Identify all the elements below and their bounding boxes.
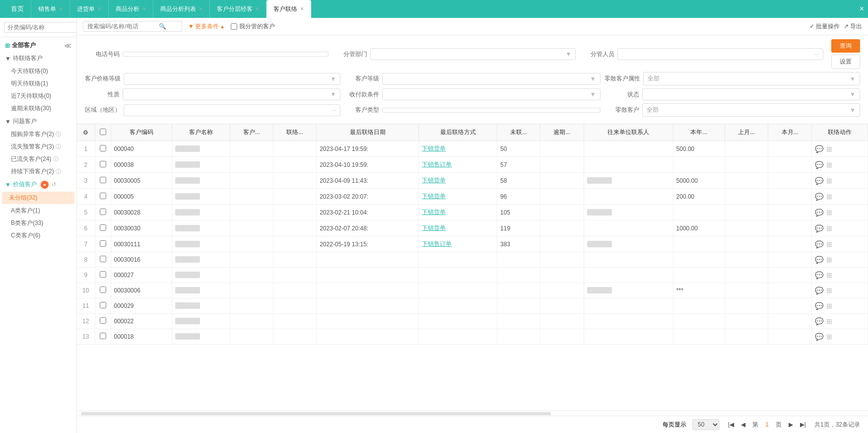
last-method-link[interactable]: 下销售订单 <box>422 161 452 168</box>
chat-icon[interactable]: 💬 <box>815 256 823 264</box>
th-checkbox[interactable] <box>95 124 111 141</box>
row-checkbox[interactable] <box>100 240 106 247</box>
grid-action-icon[interactable]: ⊞ <box>826 317 832 325</box>
last-method-link[interactable]: 下销货单 <box>422 193 446 200</box>
row-checkbox[interactable] <box>100 177 106 183</box>
grid-action-icon[interactable]: ⊞ <box>826 161 832 169</box>
payment-select[interactable]: ▼ <box>382 88 600 100</box>
sidebar-item-ungroup[interactable]: 未分组(32) <box>2 192 74 204</box>
phone-input[interactable] <box>123 52 329 57</box>
sidebar-item-churned[interactable]: 已流失客户(24) ⓘ <box>0 153 76 165</box>
row-checkbox[interactable] <box>100 256 106 262</box>
sidebar-item-overdue-pending[interactable]: 逾期未联络(30) <box>0 102 76 115</box>
chat-icon[interactable]: 💬 <box>815 240 823 248</box>
select-all-checkbox[interactable] <box>100 129 106 135</box>
sidebar-item-today-pending[interactable]: 今天待联络(0) <box>0 65 76 77</box>
tab-customer-contact[interactable]: 客户联络 × <box>267 0 311 18</box>
price-level-select[interactable]: ▼ <box>124 73 340 85</box>
last-page-btn[interactable]: ▶| <box>798 420 808 429</box>
all-customers-label[interactable]: 全部客户 <box>12 41 36 50</box>
chat-icon[interactable]: 💬 <box>815 145 823 153</box>
zero-attr-select[interactable]: 全部 ▼ <box>643 72 860 85</box>
sidebar-item-a-class[interactable]: A类客户(1) <box>0 205 76 217</box>
sidebar-search-input[interactable] <box>4 22 77 33</box>
row-checkbox[interactable] <box>100 161 106 167</box>
last-method-link[interactable]: 下销货单 <box>422 209 446 216</box>
chat-icon[interactable]: 💬 <box>815 161 823 169</box>
row-checkbox[interactable] <box>100 333 106 339</box>
prev-page-btn[interactable]: ◀ <box>738 420 748 429</box>
row-checkbox[interactable] <box>100 145 106 151</box>
tab-home[interactable]: 首页 <box>4 0 31 18</box>
dept-select[interactable]: ▼ <box>370 48 576 60</box>
chat-icon[interactable]: 💬 <box>815 333 823 341</box>
zero-customer-select[interactable]: 全部 ▼ <box>642 103 860 117</box>
grid-action-icon[interactable]: ⊞ <box>826 224 832 232</box>
grid-action-icon[interactable]: ⊞ <box>826 240 832 248</box>
grid-action-icon[interactable]: ⊞ <box>826 145 832 153</box>
my-customers-check[interactable] <box>231 23 237 30</box>
tab-customer-segment[interactable]: 客户分层经客 × <box>210 0 267 18</box>
customer-type-select[interactable] <box>382 108 600 113</box>
row-checkbox[interactable] <box>100 302 106 308</box>
grid-action-icon[interactable]: ⊞ <box>826 302 832 310</box>
chat-icon[interactable]: 💬 <box>815 302 823 310</box>
last-method-link[interactable]: 下销售订单 <box>422 240 452 247</box>
first-page-btn[interactable]: |◀ <box>726 420 736 429</box>
export-button[interactable]: ↗ 导出 <box>844 22 862 31</box>
tab-purchase-close[interactable]: × <box>98 5 101 12</box>
grid-action-icon[interactable]: ⊞ <box>826 287 832 294</box>
row-checkbox[interactable] <box>100 224 106 231</box>
chat-icon[interactable]: 💬 <box>815 287 823 294</box>
tab-sales-close[interactable]: × <box>59 5 63 12</box>
tab-product-analysis[interactable]: 商品分析 × <box>109 0 153 18</box>
grid-action-icon[interactable]: ⊞ <box>826 177 832 185</box>
tab-product-analysis-close[interactable]: × <box>142 5 146 12</box>
chat-icon[interactable]: 💬 <box>815 271 823 279</box>
sidebar-collapse-icon[interactable]: ≪ <box>64 42 71 50</box>
row-checkbox[interactable] <box>100 317 106 324</box>
chat-icon[interactable]: 💬 <box>815 317 823 325</box>
row-checkbox[interactable] <box>100 193 106 199</box>
grid-action-icon[interactable]: ⊞ <box>826 256 832 264</box>
sidebar-item-tomorrow-pending[interactable]: 明天待联络(1) <box>0 77 76 90</box>
tab-product-analysis-list[interactable]: 商品分析列表 × <box>153 0 210 18</box>
grid-action-icon[interactable]: ⊞ <box>826 333 832 341</box>
next-page-btn[interactable]: ▶ <box>786 420 796 429</box>
batch-op-button[interactable]: ✓ 批量操作 <box>809 22 840 31</box>
nature-select[interactable]: ▼ <box>123 88 340 100</box>
search-icon[interactable]: 🔍 <box>159 23 166 30</box>
tab-sales[interactable]: 销售单 × <box>31 0 70 18</box>
reset-button[interactable]: 设置 <box>831 55 860 69</box>
sidebar-item-b-class[interactable]: B类客户(33) <box>0 217 76 229</box>
close-all-tabs[interactable]: × <box>860 4 864 13</box>
sidebar-item-declining[interactable]: 持续下滑客户(2) ⓘ <box>0 165 76 178</box>
chat-icon[interactable]: 💬 <box>815 224 823 232</box>
status-select[interactable]: ▼ <box>642 88 860 100</box>
tab-customer-segment-close[interactable]: × <box>256 5 259 12</box>
sidebar-item-abnormal[interactable]: 囤购异常客户(2) ⓘ <box>0 128 76 141</box>
more-conditions[interactable]: ▼ 更多条件 ▲ <box>188 22 225 31</box>
customer-level-select[interactable]: ▼ <box>382 73 600 85</box>
sidebar-group-pending[interactable]: ▼ 待联络客户 <box>0 52 76 65</box>
sidebar-item-week-pending[interactable]: 近7天待联络(0) <box>0 90 76 102</box>
my-customers-checkbox[interactable]: 我分管的客户 <box>231 22 275 31</box>
sidebar-group-value[interactable]: ▼ 价值客户 ● ↺ <box>0 178 76 191</box>
sidebar-item-c-class[interactable]: C类客户(6) <box>0 229 76 242</box>
tab-purchase[interactable]: 进货单 × <box>70 0 109 18</box>
query-button[interactable]: 查询 <box>831 39 860 53</box>
tab-customer-contact-close[interactable]: × <box>300 5 304 12</box>
search-input[interactable] <box>87 23 157 30</box>
refresh-icon[interactable]: ↺ <box>52 181 56 188</box>
th-settings[interactable]: ⚙ <box>77 124 95 141</box>
grid-action-icon[interactable]: ⊞ <box>826 193 832 201</box>
last-method-link[interactable]: 下销货单 <box>422 224 446 231</box>
row-checkbox[interactable] <box>100 271 106 278</box>
last-method-link[interactable]: 下销货单 <box>422 145 446 152</box>
row-checkbox[interactable] <box>100 287 106 293</box>
chat-icon[interactable]: 💬 <box>815 193 823 201</box>
horizontal-scrollbar[interactable] <box>77 411 868 416</box>
last-method-link[interactable]: 下销货单 <box>422 177 446 184</box>
grid-action-icon[interactable]: ⊞ <box>826 271 832 279</box>
manager-select[interactable]: ··· <box>617 48 823 60</box>
